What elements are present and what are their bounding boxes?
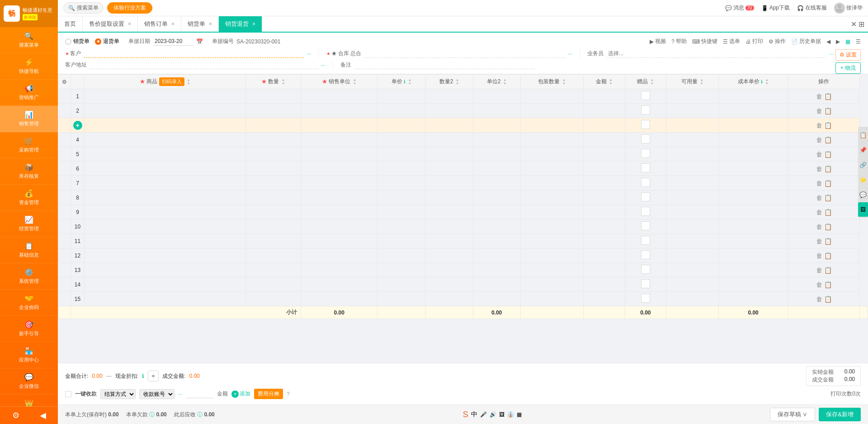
row-unit-8[interactable] xyxy=(301,191,377,205)
row-amount-9[interactable] xyxy=(583,205,625,219)
row-unit2-9[interactable] xyxy=(473,205,520,219)
row-qty2-12[interactable] xyxy=(425,248,473,263)
row-amount-6[interactable] xyxy=(583,162,625,176)
gift-checkbox-2[interactable] xyxy=(641,105,650,114)
row-pack-8[interactable] xyxy=(520,191,583,205)
row-unit-1[interactable] xyxy=(301,89,377,104)
tab-delivery-close[interactable]: × xyxy=(209,21,212,27)
row-qty-6[interactable] xyxy=(245,162,301,176)
save-draft-btn[interactable]: 保存草稿 ∨ xyxy=(770,408,816,421)
row-qty-8[interactable] xyxy=(245,191,301,205)
row-copy-9[interactable]: 📋 xyxy=(823,209,833,216)
sidebar-item-quicknav[interactable]: ⚡ 快捷导航 xyxy=(0,53,58,80)
row-unit-15[interactable] xyxy=(301,292,377,306)
row-available-3[interactable] xyxy=(666,118,718,133)
app-logo[interactable]: 畅 畅捷通好生意 标准版 xyxy=(0,0,58,27)
row-pack-12[interactable] xyxy=(520,248,583,263)
fee-btn[interactable]: 费用分摊 xyxy=(254,389,283,399)
list-view-icon[interactable]: ☰ xyxy=(856,38,861,45)
sidebar-item-inventory[interactable]: 📦 库存核算 xyxy=(0,158,58,185)
row-gift-1[interactable] xyxy=(625,89,666,104)
staff-dots[interactable]: ··· xyxy=(829,51,834,57)
experience-btn[interactable]: 体验行业方案 xyxy=(107,2,152,14)
available-sort-icon[interactable]: ▲▼ xyxy=(700,78,703,86)
row-pack-3[interactable] xyxy=(520,118,583,133)
shortcuts-btn[interactable]: ⌨ 快捷键 xyxy=(692,38,717,45)
row-qty2-8[interactable] xyxy=(425,191,473,205)
gift-checkbox-13[interactable] xyxy=(641,265,650,274)
price-info-icon[interactable]: ℹ xyxy=(404,79,406,84)
row-available-5[interactable] xyxy=(666,147,718,162)
right-panel-btn-1[interactable]: 📋 xyxy=(858,128,868,142)
row-unit-2[interactable] xyxy=(301,104,377,118)
sidebar-item-marketing[interactable]: 📢 营销推广 xyxy=(0,80,58,106)
row-goods-2[interactable] xyxy=(85,104,246,118)
row-available-12[interactable] xyxy=(666,248,718,263)
row-goods-9[interactable] xyxy=(85,205,246,219)
row-unit2-2[interactable] xyxy=(473,104,520,118)
row-amount-8[interactable] xyxy=(583,191,625,205)
row-cost-11[interactable] xyxy=(718,234,788,248)
row-gift-7[interactable] xyxy=(625,176,666,191)
search-menu[interactable]: 🔍 搜索菜单 xyxy=(63,2,104,14)
unit2-sort-icon[interactable]: ▲▼ xyxy=(503,78,507,86)
row-price-6[interactable] xyxy=(377,162,425,176)
right-panel-btn-active[interactable]: 🖼 xyxy=(858,202,868,217)
gift-sort-icon[interactable]: ▲▼ xyxy=(651,78,654,86)
row-qty-1[interactable] xyxy=(245,89,301,104)
address-dots[interactable]: ··· xyxy=(321,62,326,68)
price-sort-icon[interactable]: ▲▼ xyxy=(408,78,411,86)
app-download-btn[interactable]: 📱 App下载 xyxy=(761,4,790,12)
row-goods-5[interactable] xyxy=(85,147,246,162)
row-qty2-5[interactable] xyxy=(425,147,473,162)
row-unit2-10[interactable] xyxy=(473,219,520,234)
row-pack-11[interactable] xyxy=(520,234,583,248)
row-unit-4[interactable] xyxy=(301,133,377,147)
row-qty-12[interactable] xyxy=(245,248,301,263)
row-available-8[interactable] xyxy=(666,191,718,205)
row-delete-5[interactable]: 🗑 xyxy=(815,151,823,158)
radio-return[interactable]: 退货单 xyxy=(95,38,119,45)
row-qty2-4[interactable] xyxy=(425,133,473,147)
sidebar-item-guide[interactable]: 🎯 新手引导 xyxy=(0,316,58,342)
qty-sort-icon[interactable]: ▲▼ xyxy=(282,78,285,86)
row-delete-9[interactable]: 🗑 xyxy=(815,209,823,216)
cost-info-icon[interactable]: ℹ xyxy=(761,79,763,84)
history-next-icon[interactable]: ▶ xyxy=(836,38,840,45)
row-gift-2[interactable] xyxy=(625,104,666,118)
gift-checkbox-7[interactable] xyxy=(641,178,650,187)
warehouse-dots[interactable]: ··· xyxy=(568,51,572,57)
row-pack-9[interactable] xyxy=(520,205,583,219)
row-cost-3[interactable] xyxy=(718,118,788,133)
row-qty2-11[interactable] xyxy=(425,234,473,248)
message-btn[interactable]: 💬 消息 70 xyxy=(725,4,754,12)
row-unit-9[interactable] xyxy=(301,205,377,219)
warehouse-input[interactable] xyxy=(364,49,565,58)
add-row-btn[interactable]: + xyxy=(73,121,82,130)
row-qty2-1[interactable] xyxy=(425,89,473,104)
customer-input[interactable] xyxy=(84,49,304,58)
row-qty-13[interactable] xyxy=(245,263,301,277)
row-delete-10[interactable]: 🗑 xyxy=(815,223,823,230)
row-available-2[interactable] xyxy=(666,104,718,118)
row-unit2-12[interactable] xyxy=(473,248,520,263)
sidebar-item-basic[interactable]: 📋 基础信息 xyxy=(0,237,58,263)
sidebar-item-member[interactable]: 👑 畅会员 xyxy=(0,395,58,406)
history-prev-icon[interactable]: ◀ xyxy=(826,38,830,45)
select-btn[interactable]: ☰ 选单 xyxy=(723,38,740,45)
sidebar-item-cooperation[interactable]: 🤝 企业协同 xyxy=(0,290,58,316)
row-unit2-4[interactable] xyxy=(473,133,520,147)
gift-checkbox-12[interactable] xyxy=(641,250,650,259)
th-gear[interactable]: ⚙ xyxy=(58,75,71,89)
row-available-14[interactable] xyxy=(666,277,718,292)
row-pack-2[interactable] xyxy=(520,104,583,118)
tab-sales-return[interactable]: 销货退货 × xyxy=(219,16,262,32)
gift-checkbox-8[interactable] xyxy=(641,192,650,201)
row-pack-4[interactable] xyxy=(520,133,583,147)
row-qty-9[interactable] xyxy=(245,205,301,219)
gift-checkbox-10[interactable] xyxy=(641,221,650,230)
row-copy-7[interactable]: 📋 xyxy=(823,180,833,187)
row-qty-2[interactable] xyxy=(245,104,301,118)
row-copy-4[interactable]: 📋 xyxy=(823,136,833,143)
row-pack-1[interactable] xyxy=(520,89,583,104)
